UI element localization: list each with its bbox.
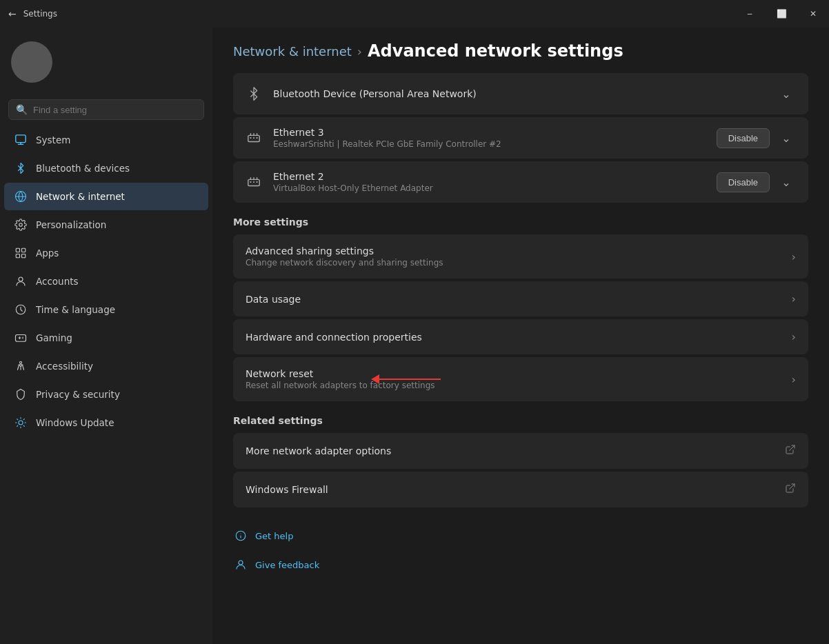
gaming-icon [14,331,28,345]
device-info-ethernet2: Ethernet 2 VirtualBox Host-Only Ethernet… [273,171,707,193]
device-card-bluetooth: Bluetooth Device (Personal Area Network)… [233,73,808,114]
breadcrumb-separator: › [357,44,362,59]
chevron-right-data-usage: › [792,292,796,305]
expand-button-bluetooth[interactable]: ⌄ [775,83,797,105]
back-icon[interactable]: ← [8,8,17,19]
sidebar-label-accessibility: Accessibility [36,361,93,372]
window-title: Settings [23,9,57,19]
sidebar-item-privacy[interactable]: Privacy & security [4,381,208,408]
device-card-ethernet3: Ethernet 3 EeshwarSrishti | Realtek PCIe… [233,117,808,159]
svg-point-10 [22,338,23,339]
hardware-connection-row[interactable]: Hardware and connection properties › [233,319,808,354]
sidebar-label-time: Time & language [36,304,115,315]
sidebar-label-bluetooth: Bluetooth & devices [36,163,130,174]
sidebar-label-personalization: Personalization [36,219,106,230]
arrow-line [379,379,441,380]
device-actions-ethernet3: Disable ⌄ [717,127,797,149]
sidebar-item-network[interactable]: Network & internet [4,183,208,210]
expand-button-ethernet2[interactable]: ⌄ [775,171,797,193]
sidebar-item-time[interactable]: Time & language [4,296,208,323]
device-info-bluetooth: Bluetooth Device (Personal Area Network) [273,88,766,99]
maximize-button[interactable]: ⬜ [766,0,797,28]
sidebar-label-update: Windows Update [36,417,114,428]
sidebar-item-bluetooth[interactable]: Bluetooth & devices [4,154,208,182]
get-help-link[interactable]: Get help [233,524,808,547]
sidebar-item-apps[interactable]: Apps [4,239,208,267]
give-feedback-text: Give feedback [255,560,319,570]
give-feedback-icon [233,557,248,572]
give-feedback-link[interactable]: Give feedback [233,553,808,576]
sidebar-item-system[interactable]: System [4,126,208,154]
close-button[interactable]: ✕ [797,0,829,28]
get-help-text: Get help [255,531,293,541]
external-link-icon-network [785,444,796,458]
svg-rect-4 [16,254,19,258]
sidebar-item-update[interactable]: Windows Update [4,409,208,436]
ethernet3-icon [244,128,263,148]
svg-point-11 [20,361,22,363]
avatar [11,41,52,83]
network-reset-row[interactable]: Network reset Reset all network adapters… [233,357,808,401]
profile-section [0,28,212,97]
advanced-sharing-row[interactable]: Advanced sharing settings Change network… [233,234,808,279]
update-icon [14,416,28,430]
search-icon: 🔍 [16,104,28,115]
network-adapter-row[interactable]: More network adapter options [233,433,808,469]
svg-rect-15 [253,137,254,139]
hardware-connection-title: Hardware and connection properties [246,332,422,343]
ethernet2-icon [244,172,263,192]
network-icon [14,190,28,203]
svg-point-9 [22,337,23,339]
page-title: Advanced network settings [368,41,623,61]
disable-button-ethernet3[interactable]: Disable [717,128,770,148]
device-desc-ethernet3: EeshwarSrishti | Realtek PCIe GbE Family… [273,139,707,149]
svg-rect-17 [248,179,260,185]
bluetooth-icon [14,161,28,175]
sidebar-label-gaming: Gaming [36,332,72,343]
device-name-ethernet3: Ethernet 3 [273,127,707,138]
svg-rect-18 [250,181,252,183]
personalization-icon [14,218,28,232]
svg-rect-20 [257,181,258,183]
device-actions-bluetooth: ⌄ [775,83,797,105]
data-usage-info: Data usage [246,294,301,305]
search-box[interactable]: 🔍 [8,99,204,120]
bluetooth-device-icon [244,84,263,103]
svg-rect-16 [257,137,258,139]
breadcrumb-parent[interactable]: Network & internet [233,44,352,59]
titlebar-left: ← Settings [8,8,57,19]
svg-rect-19 [253,181,254,183]
sidebar-item-gaming[interactable]: Gaming [4,324,208,352]
sidebar-item-personalization[interactable]: Personalization [4,211,208,239]
network-adapter-title: More network adapter options [246,445,391,456]
sidebar-item-accounts[interactable]: Accounts [4,268,208,295]
breadcrumb: Network & internet › Advanced network se… [233,41,808,61]
disable-button-ethernet2[interactable]: Disable [717,172,770,192]
device-actions-ethernet2: Disable ⌄ [717,171,797,193]
sidebar-label-system: System [36,134,70,145]
minimize-button[interactable]: – [734,0,766,28]
accounts-icon [14,274,28,288]
system-icon [14,133,28,147]
data-usage-row[interactable]: Data usage › [233,281,808,316]
sidebar-item-accessibility[interactable]: Accessibility [4,352,208,380]
device-card-ethernet2: Ethernet 2 VirtualBox Host-Only Ethernet… [233,161,808,203]
windows-firewall-title: Windows Firewall [246,484,328,495]
svg-rect-3 [22,248,26,252]
external-link-icon-firewall [785,483,796,496]
time-icon [14,303,28,316]
search-input[interactable] [33,105,197,115]
main-content: 🔍 System Bluetooth & devices [0,28,829,644]
windows-firewall-row[interactable]: Windows Firewall [233,472,808,507]
main-panel: Network & internet › Advanced network se… [212,28,829,644]
sidebar-label-apps: Apps [36,248,59,259]
sidebar-label-network: Network & internet [36,191,125,202]
expand-button-ethernet3[interactable]: ⌄ [775,127,797,149]
device-desc-ethernet2: VirtualBox Host-Only Ethernet Adapter [273,183,707,193]
svg-point-12 [19,421,23,425]
chevron-right-advanced-sharing: › [792,250,796,263]
svg-point-22 [239,561,243,565]
sidebar-label-privacy: Privacy & security [36,389,120,400]
accessibility-icon [14,359,28,373]
apps-icon [14,246,28,260]
